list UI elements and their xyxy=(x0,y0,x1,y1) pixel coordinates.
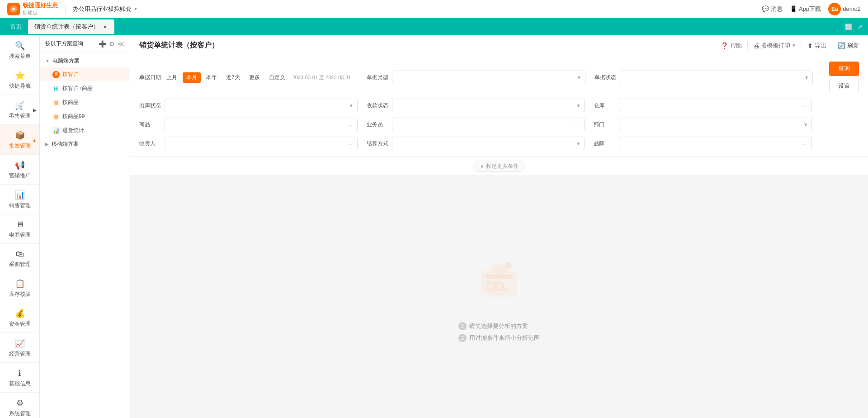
tab-home[interactable]: 首页 xyxy=(4,19,28,34)
tab-close-icon[interactable]: ✕ xyxy=(102,24,108,30)
search-icon: 🔍 xyxy=(15,41,25,51)
svg-point-8 xyxy=(501,285,504,287)
collapse-button[interactable]: ∧ 收起更多条件 xyxy=(473,161,525,172)
tab-minimize-action[interactable]: ⬜ xyxy=(843,22,854,32)
dept-input[interactable]: ▼ xyxy=(619,118,812,131)
sidebar-marketing-label: 营销推广 xyxy=(9,172,31,180)
date-tab-more[interactable]: 更多 xyxy=(245,72,264,83)
tip-2-num: 2 xyxy=(458,334,467,342)
settlement-input[interactable]: ▼ xyxy=(392,137,585,150)
desktop-chevron-icon: ▼ xyxy=(45,58,50,63)
customer-icon: 客 xyxy=(52,71,60,78)
retail-icon: 🛒 xyxy=(15,100,25,110)
header-right: 💬 消息 📱 App下载 Ea demo2 xyxy=(762,3,861,15)
scheme-collapse-btn[interactable]: ≪ xyxy=(118,40,124,48)
user-name: demo2 xyxy=(843,5,861,12)
message-action[interactable]: 💬 消息 xyxy=(762,5,783,13)
date-tab-this-month[interactable]: 本月 xyxy=(183,72,201,83)
sidebar-search-label: 搜索菜单 xyxy=(9,52,31,60)
app-download-action[interactable]: 📱 App下载 xyxy=(790,5,821,13)
tree-item-by-goods99[interactable]: ▦ 按商品99 xyxy=(40,109,130,124)
sidebar-item-inventory[interactable]: 📋 库存核算 xyxy=(0,273,39,303)
logo-area: 畅捷通好生意 标账版 xyxy=(7,2,58,16)
settlement-field: 结算方式 ▼ xyxy=(367,137,585,150)
filter-area: 单据日期 上月 本月 本年 近7天 更多 自定义 2023-03-01 至 20… xyxy=(130,55,868,157)
tab-home-label: 首页 xyxy=(10,23,22,31)
sidebar-inventory-label: 库存核算 xyxy=(9,290,31,298)
sidebar-item-marketing[interactable]: 📢 营销推广 xyxy=(0,155,39,185)
system-icon: ⚙ xyxy=(16,398,24,408)
system-title-dropdown[interactable]: 办公用品行业模拟账套 ▼ xyxy=(73,5,138,13)
refresh-icon: 🔄 xyxy=(838,42,845,49)
out-status-arrow-icon: ▼ xyxy=(349,103,354,108)
tree-item-return-stat[interactable]: 📊 退货统计 xyxy=(40,124,130,138)
consignee-input[interactable]: … xyxy=(165,137,358,150)
date-tab-last-month[interactable]: 上月 xyxy=(163,72,181,83)
header-left: 畅捷通好生意 标账版 办公用品行业模拟账套 ▼ xyxy=(7,2,138,16)
maximize-icon: ⤢ xyxy=(858,24,863,30)
sidebar-item-system[interactable]: ⚙ 系统管理 xyxy=(0,393,39,418)
warehouse-input[interactable]: … xyxy=(619,99,812,112)
export-btn[interactable]: ⬆ 导出 xyxy=(807,42,826,50)
query-button[interactable]: 查询 xyxy=(829,62,859,76)
scheme-panel-header: 按以下方案查询 ➕ ⚙ ≪ xyxy=(40,35,130,52)
tree-item-by-goods99-label: 按商品99 xyxy=(62,113,85,120)
scheme-add-btn[interactable]: ➕ xyxy=(99,40,106,48)
refresh-btn[interactable]: 🔄 刷新 xyxy=(838,42,859,50)
tree-group-mobile-header[interactable]: ▶ 移动端方案 xyxy=(40,138,130,151)
doc-status-arrow-icon: ▼ xyxy=(804,75,809,80)
sidebar-item-purchase[interactable]: 🛍 采购管理 xyxy=(0,244,39,273)
receipt-status-input[interactable]: ▼ xyxy=(392,99,585,112)
doc-status-input[interactable]: ▼ xyxy=(620,71,813,84)
tree-item-by-goods[interactable]: ▦ 按商品 xyxy=(40,95,130,109)
sidebar-item-wholesale[interactable]: 📦 批发管理 ▲ xyxy=(0,125,39,155)
out-status-label: 出库状态 xyxy=(139,102,161,109)
date-tab-7days[interactable]: 近7天 xyxy=(222,72,244,83)
warehouse-label: 仓库 xyxy=(594,102,615,109)
sidebar-item-ecommerce[interactable]: 🖥 电商管理 xyxy=(0,214,39,244)
sidebar-item-quicknav[interactable]: ⭐ 快捷导航 xyxy=(0,65,39,95)
date-tab-custom[interactable]: 自定义 xyxy=(265,72,289,83)
sidebar-basic-info-label: 基础信息 xyxy=(9,380,31,388)
brand-label: 品牌 xyxy=(594,140,615,147)
print-icon: 🖨 xyxy=(753,42,760,49)
sidebar-quicknav-label: 快捷导航 xyxy=(9,82,31,90)
tab-sales-stat[interactable]: 销货单统计表（按客户） ✕ xyxy=(28,19,114,34)
brand-input[interactable]: … xyxy=(619,137,812,150)
tree-group-desktop-header[interactable]: ▼ 电脑端方案 xyxy=(40,54,130,67)
date-tab-this-year[interactable]: 本年 xyxy=(203,72,221,83)
template-print-btn[interactable]: 🖨 按模板打印 ▼ xyxy=(753,42,796,50)
tab-maximize-action[interactable]: ⤢ xyxy=(856,22,864,32)
sidebar-item-finance[interactable]: 💰 资金管理 xyxy=(0,303,39,333)
staff-input[interactable]: … xyxy=(392,118,585,131)
doc-type-input[interactable]: ▼ xyxy=(392,71,585,84)
settings-button[interactable]: 设置 xyxy=(829,79,859,93)
scheme-settings-btn[interactable]: ⚙ xyxy=(109,40,115,48)
settlement-label: 结算方式 xyxy=(367,140,388,147)
doc-type-field: 单据类型 ▼ xyxy=(367,71,585,84)
collapse-bar: ∧ 收起更多条件 xyxy=(130,157,868,176)
sidebar-item-retail[interactable]: 🛒 零售管理 ▶ xyxy=(0,95,39,125)
out-status-input[interactable]: ▼ xyxy=(165,99,358,112)
goods-input[interactable]: … xyxy=(165,118,358,131)
sidebar-item-sales[interactable]: 📊 销售管理 xyxy=(0,185,39,214)
tree-group-mobile-label: 移动端方案 xyxy=(52,140,79,148)
tree-item-by-customer[interactable]: 客 按客户 xyxy=(40,67,130,81)
help-btn[interactable]: ❓ 帮助 xyxy=(721,42,742,50)
divider2 xyxy=(802,42,802,49)
sidebar-operations-label: 经营管理 xyxy=(9,350,31,358)
filter-row-1: 单据日期 上月 本月 本年 近7天 更多 自定义 2023-03-01 至 20… xyxy=(139,62,859,93)
user-area[interactable]: Ea demo2 xyxy=(828,3,861,15)
message-label: 消息 xyxy=(771,5,783,13)
sidebar-item-operations[interactable]: 📈 经营管理 xyxy=(0,333,39,363)
minimize-icon: ⬜ xyxy=(845,24,852,30)
quicknav-icon: ⭐ xyxy=(15,71,25,81)
sidebar-purchase-label: 采购管理 xyxy=(9,261,31,268)
goods-field: 商品 … xyxy=(139,118,358,131)
sidebar-item-search[interactable]: 🔍 搜索菜单 xyxy=(0,35,39,65)
tree-item-customer-goods[interactable]: ⊞ 按客户+商品 xyxy=(40,81,130,95)
message-icon: 💬 xyxy=(762,5,769,12)
tree-item-customer-goods-label: 按客户+商品 xyxy=(62,85,93,92)
svg-point-7 xyxy=(494,285,497,287)
sidebar-item-basic-info[interactable]: ℹ 基础信息 xyxy=(0,363,39,393)
